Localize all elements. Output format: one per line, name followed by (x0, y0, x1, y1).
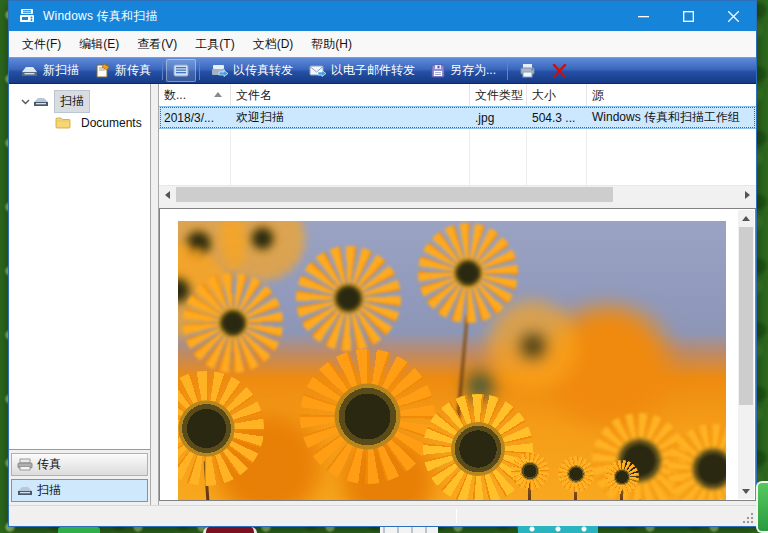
scroll-right-arrow-icon (745, 191, 750, 199)
print-button[interactable] (511, 59, 544, 82)
column-header-filename[interactable]: 文件名 (231, 84, 470, 106)
toolbar-separator (507, 61, 508, 80)
vertical-scrollbar[interactable] (738, 210, 754, 499)
tree-item-documents-label[interactable]: Documents (76, 114, 147, 132)
vertical-scrollbar-thumb[interactable] (739, 227, 753, 405)
scanner-icon (21, 64, 38, 78)
maximize-button[interactable] (666, 1, 711, 31)
nav-fax-button[interactable]: 传真 (11, 453, 148, 476)
app-fax-machine-icon (19, 8, 35, 24)
flower-bud (511, 452, 549, 490)
maximize-icon (683, 11, 694, 22)
list-empty-area (159, 129, 756, 185)
new-fax-label: 新传真 (115, 62, 151, 79)
navigation-buttons: 传真 扫描 (9, 449, 150, 505)
tree-item-documents[interactable]: Documents (9, 112, 150, 133)
tree-item-scan-root[interactable]: 扫描 (9, 91, 150, 112)
new-fax-button[interactable]: 新传真 (87, 59, 159, 82)
column-header-source[interactable]: 源 (587, 84, 756, 106)
tree-item-scan-label[interactable]: 扫描 (54, 90, 90, 113)
new-scan-label: 新扫描 (43, 62, 79, 79)
column-header-filename-label: 文件名 (236, 87, 272, 104)
fax-forward-icon (211, 63, 228, 78)
minimize-button[interactable] (621, 1, 666, 31)
desktop-icon-fragment (58, 527, 100, 533)
panel-splitter[interactable] (151, 84, 158, 505)
nav-scan-label: 扫描 (37, 482, 61, 499)
grid-line (230, 129, 231, 185)
column-header-date-label: 数... (164, 87, 186, 104)
app-window: Windows 传真和扫描 文件(F) 编辑(E) 查看(V) 工具(T) 文档… (8, 0, 757, 527)
flower (183, 273, 283, 373)
new-fax-document-icon (95, 63, 110, 78)
list-header: 数... 文件名 文件类型 大小 源 (159, 84, 756, 106)
column-header-filetype-label: 文件类型 (475, 87, 523, 104)
new-scan-button[interactable]: 新扫描 (13, 59, 87, 82)
column-header-size-label: 大小 (532, 87, 556, 104)
window-title: Windows 传真和扫描 (43, 8, 158, 25)
window-resize-grip[interactable] (742, 512, 754, 524)
column-header-date[interactable]: 数... (159, 84, 231, 106)
flower (296, 246, 401, 351)
grid-line (469, 129, 470, 185)
save-as-button[interactable]: 另存为... (423, 59, 504, 82)
sort-ascending-icon (214, 92, 222, 97)
forward-as-email-label: 以电子邮件转发 (331, 62, 415, 79)
column-header-filetype[interactable]: 文件类型 (470, 84, 527, 106)
status-bar-divider (456, 509, 457, 523)
minimize-icon (638, 11, 649, 22)
nav-scan-button[interactable]: 扫描 (11, 479, 148, 502)
titlebar[interactable]: Windows 传真和扫描 (9, 1, 756, 31)
scroll-left-button[interactable] (159, 186, 176, 203)
toolbar: 新扫描 新传真 以传真转发 以电子邮件转发 另存为... (9, 57, 756, 84)
folder-tree: 扫描 Documents (9, 84, 150, 449)
document-list-icon (173, 64, 189, 77)
window-controls (621, 1, 756, 31)
preview-wrap (159, 202, 756, 505)
printer-icon (519, 63, 536, 78)
desktop-icon-fragment (380, 527, 438, 533)
horizontal-scrollbar[interactable] (159, 185, 756, 202)
menu-view[interactable]: 查看(V) (128, 31, 186, 57)
preview-pane (159, 208, 756, 501)
flower (418, 223, 518, 323)
cell-size: 504.3 ... (527, 107, 587, 128)
close-icon (728, 11, 739, 22)
status-bar (9, 505, 756, 526)
menu-document[interactable]: 文档(D) (244, 31, 303, 57)
scroll-down-arrow-icon (742, 489, 750, 494)
delete-button[interactable] (544, 59, 575, 82)
forward-as-fax-button[interactable]: 以传真转发 (203, 59, 301, 82)
flower (488, 301, 578, 391)
menu-edit[interactable]: 编辑(E) (70, 31, 128, 57)
scroll-up-arrow-icon (742, 216, 750, 221)
view-document-button[interactable] (166, 59, 196, 82)
column-header-size[interactable]: 大小 (527, 84, 587, 106)
desktop-icon-fragment (203, 527, 257, 533)
horizontal-scrollbar-thumb[interactable] (176, 187, 613, 202)
close-button[interactable] (711, 1, 756, 31)
cell-filetype: .jpg (470, 107, 527, 128)
desktop-icon-fragment (518, 526, 598, 533)
chevron-down-icon[interactable] (17, 99, 33, 105)
scroll-down-button[interactable] (738, 483, 754, 499)
scanner-icon (17, 484, 33, 497)
main-content: 扫描 Documents 传真 (9, 84, 756, 505)
right-panel: 数... 文件名 文件类型 大小 源 (158, 84, 756, 505)
menu-help[interactable]: 帮助(H) (302, 31, 361, 57)
toolbar-separator (199, 61, 200, 80)
toolbar-separator (162, 61, 163, 80)
save-as-label: 另存为... (450, 62, 496, 79)
menu-file[interactable]: 文件(F) (13, 31, 70, 57)
forward-as-email-button[interactable]: 以电子邮件转发 (301, 59, 423, 82)
scroll-right-button[interactable] (739, 186, 756, 203)
grid-line (586, 129, 587, 185)
scroll-left-arrow-icon (165, 191, 170, 199)
scroll-up-button[interactable] (738, 210, 754, 226)
desktop-icon-fragment (756, 481, 768, 533)
table-row-selected[interactable]: 2018/3/... 欢迎扫描 .jpg 504.3 ... Windows 传… (159, 106, 756, 129)
forward-as-fax-label: 以传真转发 (233, 62, 293, 79)
fax-machine-icon (17, 458, 33, 471)
menu-tools[interactable]: 工具(T) (186, 31, 243, 57)
left-panel: 扫描 Documents 传真 (9, 84, 151, 505)
